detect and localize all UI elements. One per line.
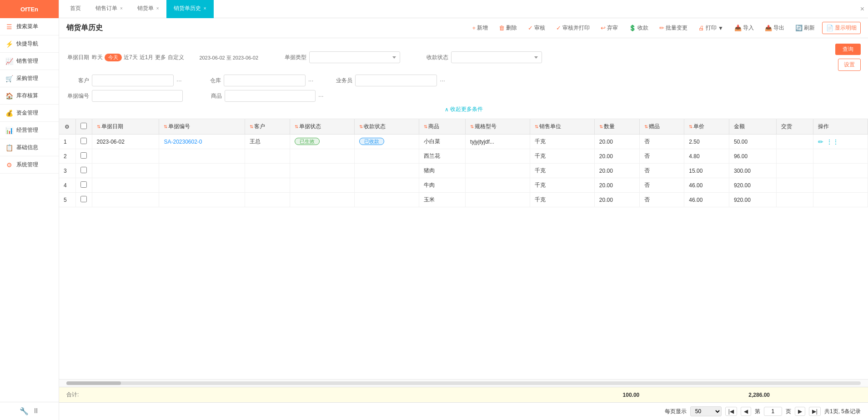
last-page-btn[interactable]: ▶| (809, 407, 821, 416)
customer (245, 178, 290, 193)
batch-change-button[interactable]: ✏ 批量变更 (656, 22, 691, 34)
sidebar-item-basic-info[interactable]: 📋 基础信息 (0, 139, 59, 156)
warehouse-dots-btn[interactable]: ··· (308, 77, 314, 84)
payment-status-select[interactable] (451, 51, 542, 63)
customer-dots-btn[interactable]: ··· (176, 77, 182, 84)
doc-no-input[interactable] (92, 90, 183, 102)
col-gear: ⚙ (59, 119, 75, 135)
col-doc-status[interactable]: ⇅ 单据状态 (290, 119, 354, 135)
row-checkbox-input[interactable] (80, 196, 87, 202)
col-transaction: 交货 (776, 119, 813, 135)
delete-button[interactable]: 🗑 删除 (495, 22, 521, 34)
sales-unit: 千克 (530, 178, 594, 193)
total-quantity: 100.00 (623, 392, 640, 398)
sidebar-item-inventory-calc[interactable]: 🏠 库存核算 (0, 87, 59, 105)
warehouse-input[interactable] (224, 75, 306, 86)
col-doc-date[interactable]: ⇅ 单据日期 (92, 119, 159, 135)
next-page-btn[interactable]: ▶ (795, 407, 805, 416)
row-checkbox-input[interactable] (80, 181, 87, 188)
tab-sales-history[interactable]: 销货单历史 × (166, 0, 214, 18)
audit-print-button[interactable]: ✓ 审核并打印 (552, 22, 593, 34)
sidebar-item-sales-mgmt[interactable]: 📈 销售管理 (0, 53, 59, 70)
page-number-input[interactable] (764, 407, 782, 416)
sidebar-item-sys-mgmt[interactable]: ⚙ 系统管理 (0, 156, 59, 174)
date-1month[interactable]: 近1月 (140, 54, 154, 61)
sidebar-item-ops-mgmt[interactable]: 📊 经营管理 (0, 122, 59, 139)
filter-warehouse: 仓库 ··· (198, 75, 314, 86)
tab-home[interactable]: 首页 (63, 0, 88, 18)
prev-page-btn[interactable]: ◀ (741, 407, 751, 416)
import-icon: 📥 (734, 25, 742, 31)
tab-sales-order[interactable]: 销售订单 × (88, 0, 130, 18)
collect-button[interactable]: 💲 收款 (625, 22, 652, 34)
first-page-btn[interactable]: |◀ (725, 407, 737, 416)
sidebar-pause-icon[interactable]: ⏸ (32, 407, 40, 415)
date-yesterday[interactable]: 昨天 (92, 54, 103, 61)
col-goods[interactable]: ⇅ 商品 (419, 119, 465, 135)
doc-date (92, 149, 159, 164)
new-button[interactable]: + 新增 (469, 22, 492, 34)
doc-type-select[interactable] (309, 51, 400, 63)
row-checkbox-input[interactable] (80, 138, 87, 144)
tab-sales-goods[interactable]: 销货单 × (130, 0, 166, 18)
customer (245, 193, 290, 207)
sidebar-item-finance-mgmt[interactable]: 💰 资金管理 (0, 105, 59, 122)
goods-input[interactable] (225, 90, 316, 102)
batch-change-icon: ✏ (659, 25, 664, 31)
refresh-button[interactable]: 🔄 刷新 (792, 22, 818, 34)
export-button[interactable]: 📤 导出 (761, 22, 788, 34)
date-more[interactable]: 更多 (155, 54, 166, 61)
col-doc-no[interactable]: ⇅ 单据编号 (159, 119, 245, 135)
date-7days[interactable]: 近7天 (124, 54, 138, 61)
customer-input[interactable] (92, 75, 174, 86)
abandon-button[interactable]: ↩ 弃审 (597, 22, 622, 34)
salesperson-input[interactable] (355, 75, 437, 86)
more-action-icon[interactable]: ⋮⋮ (826, 138, 839, 145)
salesperson-label: 业务员 (330, 77, 352, 85)
collapse-button[interactable]: ∧ 收起更多条件 (66, 105, 861, 113)
gear-icon[interactable]: ⚙ (65, 124, 70, 130)
sidebar-settings-icon[interactable]: 🔧 (20, 407, 29, 415)
query-button[interactable]: 查询 (835, 44, 861, 55)
goods-dots-btn[interactable]: ··· (318, 92, 324, 100)
window-close-btn[interactable]: × (860, 5, 864, 13)
col-payment-status[interactable]: ⇅ 收款状态 (354, 119, 419, 135)
col-gift[interactable]: ⇅ 赠品 (639, 119, 684, 135)
close-tab-sales-order[interactable]: × (120, 6, 123, 11)
row-num: 1 (59, 135, 75, 149)
sort-icon-spec-type: ⇅ (470, 124, 474, 129)
sales-unit: 千克 (530, 164, 594, 178)
import-button[interactable]: 📥 导入 (731, 22, 758, 34)
date-custom[interactable]: 自定义 (168, 54, 184, 61)
col-spec-type[interactable]: ⇅ 规格型号 (466, 119, 530, 135)
close-tab-sales-history[interactable]: × (204, 6, 206, 11)
print-icon: 🖨 (698, 25, 704, 31)
row-checkbox-input[interactable] (80, 152, 87, 159)
page-size-select[interactable]: 50 20 100 (690, 406, 722, 416)
show-detail-button[interactable]: 📄 显示明细 (822, 22, 861, 34)
salesperson-dots-btn[interactable]: ··· (440, 77, 445, 84)
col-unit-price[interactable]: ⇅ 单价 (684, 119, 729, 135)
print-button[interactable]: 🖨 打印 ▼ (695, 22, 727, 34)
col-quantity[interactable]: ⇅ 数量 (594, 119, 639, 135)
setting-button[interactable]: 设置 (838, 59, 861, 71)
scrollbar-thumb[interactable] (66, 381, 121, 385)
goods-label: 商品 (199, 92, 222, 100)
date-today-badge[interactable]: 今天 (105, 54, 122, 61)
sidebar-item-quick-nav[interactable]: ⚡ 快捷导航 (0, 35, 59, 53)
row-checkbox-input[interactable] (80, 167, 87, 173)
close-tab-sales-goods[interactable]: × (156, 6, 159, 11)
audit-button[interactable]: ✓ 审核 (524, 22, 549, 34)
sidebar-item-search-menu[interactable]: ☰ 搜索菜单 (0, 18, 59, 35)
col-sales-unit[interactable]: ⇅ 销售单位 (530, 119, 594, 135)
filter-buttons: 查询 设置 (835, 44, 861, 71)
horizontal-scrollbar[interactable] (59, 379, 868, 387)
action (813, 164, 868, 178)
filter-goods: 商品 ··· (199, 90, 324, 102)
sidebar-item-purchase-mgmt[interactable]: 🛒 采购管理 (0, 70, 59, 87)
col-customer[interactable]: ⇅ 客户 (245, 119, 290, 135)
edit-action-icon[interactable]: ✏ (818, 138, 823, 145)
select-all-checkbox[interactable] (80, 123, 87, 129)
doc-no (159, 193, 245, 207)
row-checkbox (75, 193, 92, 207)
